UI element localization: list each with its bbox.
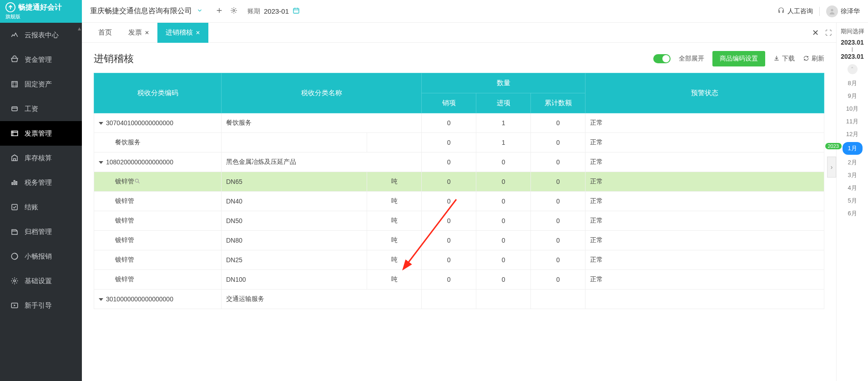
cell-unit: 吨 xyxy=(367,231,422,250)
sidebar-item-8[interactable]: 归档管理 xyxy=(0,219,82,244)
expand-toggle[interactable] xyxy=(653,54,671,63)
consult-link[interactable]: 人工咨询 xyxy=(777,7,813,15)
sidebar-icon xyxy=(10,56,19,64)
cell-code: 镀锌管 xyxy=(94,192,222,211)
table-row[interactable]: 3010000000000000000交通运输服务 xyxy=(94,290,824,309)
sidebar-item-2[interactable]: 固定资产 xyxy=(0,72,82,97)
cell-cumulative: 0 xyxy=(531,270,585,290)
cell-sales: 0 xyxy=(422,192,476,211)
cell-name: DN80 xyxy=(222,231,367,250)
sidebar-icon xyxy=(10,252,19,260)
caret-down-icon[interactable] xyxy=(99,161,103,164)
sidebar-item-5[interactable]: 库存核算 xyxy=(0,146,82,170)
fullscreen-icon[interactable]: ⛶ xyxy=(825,29,832,36)
main: 首页发票✕进销稽核✕ ✕ ⛶ 进销稽核 全部展开 商品编码设置 xyxy=(82,23,836,381)
cell-code: 1080200000000000000 xyxy=(94,152,222,172)
close-tab-icon[interactable]: ✕ xyxy=(812,28,819,38)
brand-logo-icon xyxy=(5,2,15,12)
cell-cumulative: 0 xyxy=(531,172,585,192)
svg-rect-4 xyxy=(12,81,17,87)
table-row[interactable]: 餐饮服务010正常 xyxy=(94,133,824,152)
calendar-icon[interactable] xyxy=(293,7,300,15)
rail-scroll-up-icon[interactable]: ˄ xyxy=(848,64,858,74)
caret-down-icon[interactable] xyxy=(99,298,103,301)
tab-1[interactable]: 发票✕ xyxy=(120,23,157,43)
cell-sales: 0 xyxy=(422,211,476,231)
th-alert: 预警状态 xyxy=(585,73,824,113)
rail-month[interactable]: 8月 xyxy=(837,77,868,90)
collapse-handle[interactable]: › xyxy=(827,157,836,178)
avatar-icon xyxy=(826,5,838,17)
tab-2[interactable]: 进销稽核✕ xyxy=(157,23,208,43)
table-row[interactable]: 镀锌管DN65吨000正常 xyxy=(94,172,824,192)
table-row[interactable]: 镀锌管DN40吨000正常 xyxy=(94,192,824,211)
cell-code: 3070401000000000000 xyxy=(94,113,222,133)
cell-cumulative: 0 xyxy=(531,192,585,211)
rail-month[interactable]: 1月2023 xyxy=(843,142,863,155)
tab-close-icon[interactable]: ✕ xyxy=(145,30,149,36)
cell-cumulative: 0 xyxy=(531,133,585,152)
sidebar: ▴ 云报表中心资金管理固定资产工资发票管理库存核算税务管理结账归档管理小畅报销基… xyxy=(0,23,82,381)
scroll-up-icon[interactable]: ▴ xyxy=(78,25,81,32)
product-code-settings-button[interactable]: 商品编码设置 xyxy=(712,51,765,66)
cell-code: 3010000000000000000 xyxy=(94,290,222,309)
refresh-label: 刷新 xyxy=(812,55,824,63)
cell-purchase: 0 xyxy=(476,152,531,172)
rail-month[interactable]: 12月 xyxy=(837,128,868,141)
caret-down-icon[interactable] xyxy=(99,122,103,125)
rail-month[interactable]: 4月 xyxy=(837,182,868,194)
table-row[interactable]: 镀锌管DN25吨000正常 xyxy=(94,250,824,270)
sidebar-item-label: 发票管理 xyxy=(25,129,52,138)
tab-label: 进销稽核 xyxy=(166,28,193,37)
rail-title: 期间选择 xyxy=(841,27,864,36)
rail-range: 2023.01 | 2023.01 xyxy=(841,38,864,61)
cell-unit: 吨 xyxy=(367,172,422,192)
table-row[interactable]: 1080200000000000000黑色金属冶炼及压延产品000正常 xyxy=(94,152,824,172)
sidebar-item-label: 基础设置 xyxy=(25,277,52,285)
rail-month[interactable]: 9月 xyxy=(837,90,868,102)
cell-alert: 正常 xyxy=(585,192,824,211)
sidebar-icon xyxy=(10,31,19,39)
sidebar-item-11[interactable]: 新手引导 xyxy=(0,293,82,318)
user-menu[interactable]: 徐泽华 xyxy=(826,5,860,17)
table-row[interactable]: 镀锌管DN100吨000正常 xyxy=(94,270,824,290)
cell-name: DN40 xyxy=(222,192,367,211)
rail-month[interactable]: 5月 xyxy=(837,194,868,207)
svg-rect-6 xyxy=(11,131,18,136)
table-row[interactable]: 镀锌管DN80吨000正常 xyxy=(94,231,824,250)
sidebar-item-10[interactable]: 基础设置 xyxy=(0,269,82,293)
sidebar-item-label: 固定资产 xyxy=(25,80,52,89)
table-wrap: 税收分类编码 税收分类名称 数量 预警状态 销项 进项 累计数额 3070401… xyxy=(82,73,836,381)
sidebar-item-1[interactable]: 资金管理 xyxy=(0,47,82,72)
sidebar-item-4[interactable]: 发票管理 xyxy=(0,121,82,146)
table-row[interactable]: 镀锌管DN50吨000正常 xyxy=(94,211,824,231)
sidebar-item-9[interactable]: 小畅报销 xyxy=(0,244,82,269)
cell-sales: 0 xyxy=(422,152,476,172)
download-button[interactable]: 下载 xyxy=(773,55,795,63)
tab-0[interactable]: 首页 xyxy=(90,23,120,43)
search-icon[interactable] xyxy=(134,178,141,186)
tab-close-icon[interactable]: ✕ xyxy=(196,30,200,36)
settings-icon[interactable] xyxy=(230,7,237,15)
rail-month[interactable]: 6月 xyxy=(837,207,868,220)
audit-table: 税收分类编码 税收分类名称 数量 预警状态 销项 进项 累计数额 3070401… xyxy=(94,73,824,309)
rail-month[interactable]: 10月 xyxy=(837,102,868,115)
sidebar-item-6[interactable]: 税务管理 xyxy=(0,170,82,195)
th-cumulative: 累计数额 xyxy=(531,93,585,113)
table-row[interactable]: 3070401000000000000餐饮服务010正常 xyxy=(94,113,824,133)
sidebar-item-0[interactable]: 云报表中心 xyxy=(0,23,82,47)
sidebar-item-3[interactable]: 工资 xyxy=(0,97,82,121)
sidebar-item-7[interactable]: 结账 xyxy=(0,195,82,219)
cell-sales: 0 xyxy=(422,133,476,152)
rail-month[interactable]: 2月 xyxy=(837,156,868,169)
rail-month[interactable]: 3月 xyxy=(837,169,868,182)
refresh-button[interactable]: 刷新 xyxy=(803,55,824,63)
svg-point-3 xyxy=(831,9,833,11)
sidebar-icon xyxy=(10,129,19,137)
sidebar-item-label: 工资 xyxy=(25,105,38,113)
sidebar-icon xyxy=(10,80,19,88)
rail-month[interactable]: 11月 xyxy=(837,115,868,128)
add-icon[interactable] xyxy=(216,7,223,15)
cell-cumulative xyxy=(531,290,585,309)
company-dropdown-icon[interactable] xyxy=(197,7,203,15)
